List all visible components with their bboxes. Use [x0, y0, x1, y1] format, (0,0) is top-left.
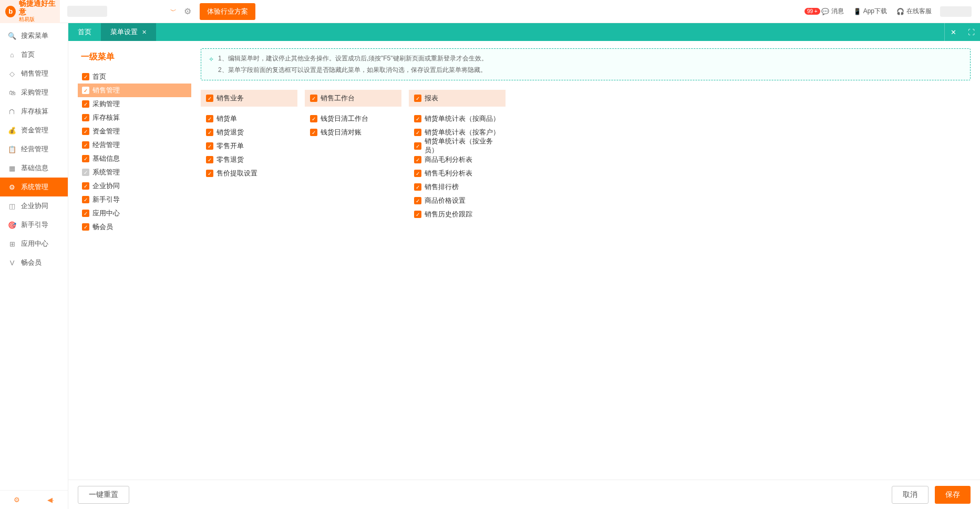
checkbox-icon[interactable]: ✓ — [414, 211, 421, 218]
sidebar-icon: V — [7, 259, 17, 267]
sidebar-item-6[interactable]: 📋经营管理 — [0, 140, 68, 159]
tab-label: 菜单设置 — [110, 27, 138, 37]
checkbox-icon[interactable]: ✓ — [82, 128, 89, 135]
checkbox-icon[interactable]: ✓ — [82, 114, 89, 121]
checkbox-icon[interactable]: ✓ — [414, 95, 421, 102]
checkbox-icon[interactable]: ✓ — [414, 129, 421, 136]
avatar[interactable] — [940, 6, 972, 17]
gear-icon[interactable]: ⚙ — [184, 6, 191, 16]
save-button[interactable]: 保存 — [935, 486, 971, 504]
sidebar-item-7[interactable]: ▦基础信息 — [0, 159, 68, 178]
checkbox-icon[interactable]: ✓ — [310, 129, 317, 136]
level1-item-10[interactable]: ✓应用中心 — [78, 206, 191, 220]
menu-item[interactable]: ✓零售开单 — [206, 139, 292, 153]
checkbox-icon[interactable]: ✓ — [82, 182, 89, 190]
sidebar-icon: ⛫ — [7, 108, 17, 116]
sidebar-item-8[interactable]: ⚙系统管理 — [0, 178, 68, 196]
checkbox-icon[interactable]: ✓ — [82, 169, 89, 176]
level1-item-3[interactable]: ✓库存核算 — [78, 111, 191, 124]
level1-item-2[interactable]: ✓采购管理 — [78, 97, 191, 111]
cancel-button[interactable]: 取消 — [892, 486, 929, 504]
menu-item[interactable]: ✓钱货日清对账 — [310, 126, 396, 139]
checkbox-icon[interactable]: ✓ — [82, 196, 89, 203]
level1-item-label: 经营管理 — [92, 140, 120, 150]
menu-item-label: 商品价格设置 — [425, 196, 466, 205]
tab-0[interactable]: 首页 — [68, 23, 101, 41]
menu-item-label: 销售排行榜 — [425, 183, 459, 192]
sidebar-item-5[interactable]: 💰资金管理 — [0, 121, 68, 140]
checkbox-icon[interactable]: ✓ — [82, 87, 89, 94]
tenant-selector[interactable] — [67, 6, 107, 17]
checkbox-icon[interactable]: ✓ — [206, 129, 213, 136]
checkbox-icon[interactable]: ✓ — [310, 95, 317, 102]
sidebar-item-0[interactable]: 🔍搜索菜单 — [0, 26, 68, 45]
checkbox-icon[interactable]: ✓ — [82, 73, 89, 80]
tab-close-all-icon[interactable]: ✕ — [944, 23, 962, 41]
menu-item[interactable]: ✓销货退货 — [206, 126, 292, 139]
level1-item-9[interactable]: ✓新手引导 — [78, 193, 191, 206]
checkbox-icon[interactable]: ✓ — [206, 170, 213, 177]
support-link[interactable]: 🎧 在线客服 — [896, 7, 932, 16]
menu-item[interactable]: ✓销货单统计表（按商品） — [414, 112, 500, 126]
menu-item[interactable]: ✓商品价格设置 — [414, 194, 500, 207]
chevron-down-icon[interactable]: ﹀ — [170, 7, 177, 16]
level1-item-5[interactable]: ✓经营管理 — [78, 138, 191, 152]
level1-item-7[interactable]: ✓系统管理 — [78, 165, 191, 179]
tab-1[interactable]: 菜单设置✕ — [101, 23, 156, 41]
checkbox-icon[interactable]: ✓ — [414, 115, 421, 122]
info-icon: ✧ — [209, 54, 214, 76]
checkbox-icon[interactable]: ✓ — [414, 183, 421, 191]
menu-item[interactable]: ✓销售排行榜 — [414, 180, 500, 194]
level1-item-1[interactable]: ✓销售管理 — [78, 84, 191, 97]
checkbox-icon[interactable]: ✓ — [414, 197, 421, 204]
level1-item-6[interactable]: ✓基础信息 — [78, 152, 191, 165]
close-icon[interactable]: ✕ — [142, 29, 147, 36]
sidebar-settings-icon[interactable]: ⚙ — [14, 496, 20, 504]
checkbox-icon[interactable]: ✓ — [82, 155, 89, 162]
menu-item[interactable]: ✓销售毛利分析表 — [414, 167, 500, 180]
fullscreen-icon[interactable]: ⛶ — [962, 23, 980, 41]
level1-item-11[interactable]: ✓畅会员 — [78, 220, 191, 234]
sidebar-item-9[interactable]: ◫企业协同 — [0, 196, 68, 215]
menu-item[interactable]: ✓销货单统计表（按业务员） — [414, 139, 500, 153]
checkbox-icon[interactable]: ✓ — [82, 210, 89, 217]
checkbox-icon[interactable]: ✓ — [206, 156, 213, 163]
menu-item[interactable]: ✓钱货日清工作台 — [310, 112, 396, 126]
checkbox-icon[interactable]: ✓ — [82, 141, 89, 149]
sidebar-item-4[interactable]: ⛫库存核算 — [0, 102, 68, 121]
level1-item-0[interactable]: ✓首页 — [78, 70, 191, 84]
checkbox-icon[interactable]: ✓ — [82, 100, 89, 108]
menu-item[interactable]: ✓零售退货 — [206, 153, 292, 167]
app-download-link[interactable]: 📱 App下载 — [853, 7, 887, 16]
checkbox-icon[interactable]: ✓ — [414, 156, 421, 163]
column-head[interactable]: ✓销售工作台 — [305, 90, 401, 107]
menu-item[interactable]: ✓销售历史价跟踪 — [414, 207, 500, 221]
sidebar-collapse-icon[interactable]: ◀· — [47, 496, 55, 504]
checkbox-icon[interactable]: ✓ — [206, 142, 213, 150]
sidebar-item-10[interactable]: 🎯新手引导 — [0, 215, 68, 234]
menu-item[interactable]: ✓销货单 — [206, 112, 292, 126]
checkbox-icon[interactable]: ✓ — [310, 115, 317, 122]
sidebar-item-3[interactable]: 🛍采购管理 — [0, 83, 68, 102]
logo[interactable]: b 畅捷通好生意 精易版 — [0, 0, 60, 23]
messages-link[interactable]: 99 + 💬 消息 — [804, 7, 844, 16]
sidebar-item-12[interactable]: V畅会员 — [0, 253, 68, 272]
level1-item-4[interactable]: ✓资金管理 — [78, 124, 191, 138]
sidebar-item-1[interactable]: ⌂首页 — [0, 45, 68, 64]
reset-button[interactable]: 一键重置 — [78, 486, 129, 504]
checkbox-icon[interactable]: ✓ — [206, 115, 213, 122]
column-head[interactable]: ✓销售业务 — [201, 90, 297, 107]
level1-item-8[interactable]: ✓企业协同 — [78, 179, 191, 193]
support-label: 在线客服 — [906, 7, 932, 16]
menu-item-label: 钱货日清工作台 — [321, 115, 368, 123]
sidebar-item-11[interactable]: ⊞应用中心 — [0, 234, 68, 253]
checkbox-icon[interactable]: ✓ — [206, 95, 213, 102]
industry-plan-button[interactable]: 体验行业方案 — [200, 3, 255, 20]
column-head[interactable]: ✓报表 — [409, 90, 506, 107]
checkbox-icon[interactable]: ✓ — [414, 170, 421, 177]
checkbox-icon[interactable]: ✓ — [82, 223, 89, 231]
chat-icon: 💬 — [821, 8, 829, 15]
menu-item[interactable]: ✓售价提取设置 — [206, 167, 292, 180]
sidebar-item-2[interactable]: ◇销售管理 — [0, 64, 68, 83]
checkbox-icon[interactable]: ✓ — [414, 142, 421, 150]
